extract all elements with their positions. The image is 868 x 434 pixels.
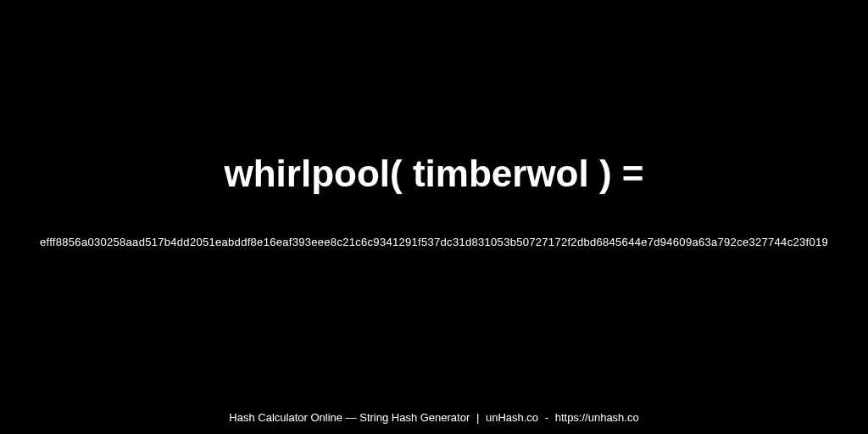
- hash-expression: whirlpool( timberwol ) =: [225, 153, 644, 195]
- footer-url: https://unhash.co: [555, 411, 639, 424]
- footer-separator: -: [545, 411, 548, 424]
- footer-site-name: unHash.co: [486, 411, 538, 424]
- main-content: whirlpool( timberwol ) = efff8856a030258…: [0, 0, 868, 401]
- footer-separator: |: [476, 411, 479, 424]
- footer: Hash Calculator Online — String Hash Gen…: [0, 401, 868, 434]
- hash-output: efff8856a030258aad517b4dd2051eabddf8e16e…: [40, 236, 828, 248]
- footer-title: Hash Calculator Online — String Hash Gen…: [229, 411, 470, 424]
